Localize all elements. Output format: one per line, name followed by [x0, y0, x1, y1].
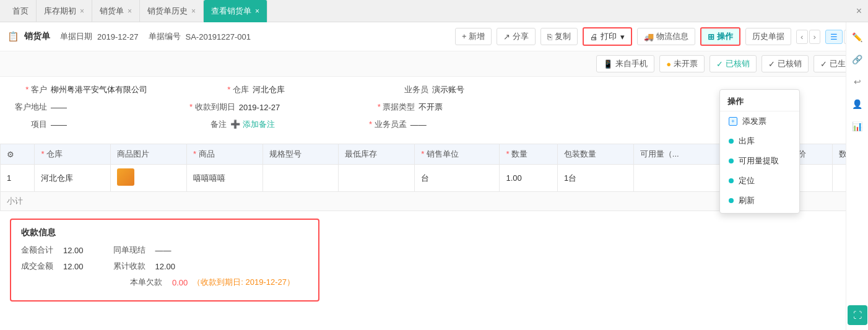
row-image	[111, 165, 187, 192]
row-available	[633, 165, 721, 192]
project-field: 项目 ——	[10, 119, 125, 130]
tab-view-sales[interactable]: 查看销货单 ×	[204, 0, 267, 22]
employee-field: 业务员 演示账号	[391, 84, 506, 95]
share-button[interactable]: ↗ 分享	[497, 28, 536, 45]
cancelled-status-button[interactable]: ✓ 已核销	[762, 55, 809, 72]
col-settings[interactable]: ⚙	[1, 144, 35, 165]
cancelled-check-icon: ✓	[768, 59, 775, 69]
note-add-btn[interactable]: ➕ 添加备注	[230, 119, 305, 130]
grid-icon: ⊞	[708, 32, 714, 41]
bottom-section: 收款信息 金额合计 12.00 同单现结 —— 成交金额 12.00 累计收款	[0, 211, 868, 309]
tab-sales-history[interactable]: 销货单历史 ×	[140, 0, 204, 22]
sales-person-field: 业务员孟 ——	[369, 119, 485, 130]
tab-home[interactable]: 首页	[5, 0, 37, 22]
row-index: 1	[1, 165, 35, 192]
close-tab-inventory[interactable]: ×	[80, 7, 84, 15]
global-close-button[interactable]: ×	[856, 6, 862, 17]
right-sidebar: ✏️ 🔗 ↩ 👤 📊 ⛶	[846, 22, 868, 330]
sidebar-link-icon[interactable]: 🔗	[848, 50, 867, 69]
row-product: 嘻嘻嘻嘻	[186, 165, 263, 192]
doc-date-label: 单据日期 2019-12-27	[60, 31, 139, 42]
col-image: 商品图片	[111, 144, 187, 165]
refresh-label: 刷新	[739, 195, 755, 206]
row-pack-qty: 1台	[558, 165, 634, 192]
print-icon: 🖨	[590, 32, 598, 41]
dropdown-header: 操作	[720, 92, 799, 111]
next-button[interactable]: ›	[809, 30, 820, 44]
col-unit: 销售单位	[415, 144, 500, 165]
debt-due-extra: （收款到期日: 2019-12-27）	[193, 277, 295, 288]
deal-amount-label: 成交金额	[21, 261, 58, 272]
refresh-item[interactable]: 刷新	[720, 191, 799, 211]
customer-addr-label: 客户地址	[10, 102, 47, 113]
close-tab-history[interactable]: ×	[191, 7, 196, 15]
confirm-button[interactable]: ✓ 已核销	[710, 55, 757, 72]
new-button[interactable]: + 新增	[455, 28, 492, 45]
close-tab-sales[interactable]: ×	[128, 7, 132, 15]
list-view-button[interactable]: ☰	[825, 30, 843, 44]
circle-dot-icon: ●	[666, 59, 671, 69]
col-product: 商品	[186, 144, 263, 165]
ship-out-item[interactable]: 出库	[720, 131, 799, 151]
ticket-type-field: 票据类型 不开票	[378, 102, 493, 113]
summary-row-1: 金额合计 12.00 同单现结 ——	[21, 245, 308, 256]
main-area: 📋 销货单 单据日期 2019-12-27 单据编号 SA-20191227-0…	[0, 22, 868, 330]
sidebar-edit-icon[interactable]: ✏️	[848, 27, 867, 47]
same-order-label: 同单现结	[113, 245, 150, 256]
print-dropdown-arrow[interactable]: ▾	[620, 32, 625, 41]
sidebar-user-icon[interactable]: 👤	[848, 94, 867, 114]
warehouse-field: 仓库 河北仓库	[212, 84, 327, 95]
total-amount-label: 金额合计	[21, 245, 58, 256]
customer-addr-value: ——	[51, 103, 125, 112]
plus-icon: ➕	[230, 119, 240, 129]
not-open-ticket-button[interactable]: ● 未开票	[659, 55, 705, 72]
prev-button[interactable]: ‹	[796, 30, 807, 44]
logistics-button[interactable]: 🚚 物流信息	[637, 28, 695, 45]
summary-title: 收款信息	[21, 227, 308, 238]
copy-button[interactable]: ⎘ 复制	[540, 28, 578, 45]
gear-icon: ⚙	[7, 150, 14, 159]
col-qty: 数量	[500, 144, 558, 165]
total-amount-item: 金额合计 12.00	[21, 245, 84, 256]
tab-sales-order[interactable]: 销货单 ×	[92, 0, 140, 22]
summary-box: 收款信息 金额合计 12.00 同单现结 —— 成交金额 12.00 累计收款	[10, 219, 319, 302]
warehouse-value: 河北仓库	[253, 84, 327, 95]
note-label: 备注	[189, 119, 227, 130]
sidebar-refresh-icon[interactable]: ↩	[848, 72, 867, 92]
operations-button[interactable]: ⊞ 操作	[700, 27, 740, 46]
row-min-stock	[339, 165, 415, 192]
order-debt-label: 本单欠款	[130, 277, 167, 288]
project-label: 项目	[10, 119, 47, 130]
doc-meta: 单据日期 2019-12-27 单据编号 SA-20191227-001	[60, 31, 251, 42]
product-image	[117, 168, 134, 186]
share-icon: ↗	[503, 32, 510, 41]
locate-icon	[729, 178, 734, 183]
add-invoice-item[interactable]: + 添发票	[720, 111, 799, 131]
deal-amount-item: 成交金额 12.00	[21, 261, 84, 272]
available-qty-label: 可用量提取	[739, 155, 779, 167]
tab-inventory-init[interactable]: 库存期初 ×	[37, 0, 92, 22]
sidebar-expand-icon[interactable]: ⛶	[848, 305, 867, 325]
phone-icon: 📱	[603, 59, 613, 69]
sales-person-label: 业务员孟	[369, 119, 407, 130]
close-tab-view-sales[interactable]: ×	[255, 7, 259, 15]
payment-due-value: 2019-12-27	[239, 103, 313, 112]
row-spec	[263, 165, 339, 192]
customer-label: 客户	[10, 84, 47, 95]
history-button[interactable]: 历史单据	[745, 28, 791, 45]
row-unit: 台	[415, 165, 500, 192]
logistics-icon: 🚚	[644, 32, 654, 41]
total-amount-value: 12.00	[63, 246, 84, 255]
warehouse-label: 仓库	[212, 84, 249, 95]
ship-out-icon	[729, 139, 734, 144]
available-qty-item[interactable]: 可用量提取	[720, 151, 799, 171]
col-available: 可用量（...	[633, 144, 721, 165]
customer-addr-field: 客户地址 ——	[10, 102, 125, 113]
doc-toolbar: + 新增 ↗ 分享 ⎘ 复制 🖨 打印 ▾ 🚚 物流信息 ⊞ 操作	[455, 27, 861, 46]
tab-bar: 首页 库存期初 × 销货单 × 销货单历史 × 查看销货单 × ×	[0, 0, 868, 22]
sidebar-chart-icon[interactable]: 📊	[848, 116, 867, 136]
print-button[interactable]: 🖨 打印 ▾	[583, 27, 632, 46]
from-phone-button[interactable]: 📱 来自手机	[596, 55, 654, 72]
customer-value: 柳州粤港平安气体有限公司	[51, 84, 147, 95]
locate-item[interactable]: 定位	[720, 171, 799, 191]
